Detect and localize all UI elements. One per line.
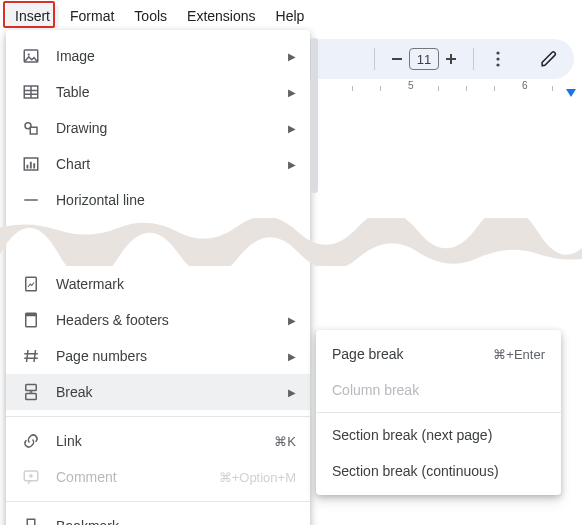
submenu-item-label: Column break [332,382,419,398]
menu-item-watermark[interactable]: Watermark [6,266,310,302]
menu-extensions[interactable]: Extensions [178,4,264,28]
headers-icon [22,311,42,329]
menu-help[interactable]: Help [267,4,314,28]
break-submenu: Page break ⌘+Enter Column break Section … [316,330,561,495]
link-icon [22,432,42,450]
edit-mode-button[interactable] [534,44,564,74]
font-size-input[interactable]: 11 [409,48,439,70]
annotation-highlight-insert [3,1,55,28]
toolbar-divider [473,48,474,70]
submenu-item-label: Section break (next page) [332,427,492,443]
menu-separator [6,501,310,502]
minus-icon [391,53,403,65]
menu-item-label: Page numbers [56,348,274,364]
submenu-shortcut: ⌘+Enter [493,347,545,362]
menu-item-drawing[interactable]: Drawing ▶ [6,110,310,146]
font-increase-button[interactable] [439,47,463,71]
menu-item-label: Watermark [56,276,296,292]
watermark-icon [22,275,42,293]
pencil-icon [540,50,558,68]
toolbar-more-button[interactable] [484,45,512,73]
menu-item-label: Chart [56,156,274,172]
menu-item-label: Table [56,84,274,100]
table-icon [22,83,42,101]
break-icon [22,383,42,401]
ruler-label: 6 [522,80,528,91]
menu-item-image[interactable]: Image ▶ [6,38,310,74]
svg-point-5 [496,63,499,66]
svg-point-3 [496,51,499,54]
svg-rect-2 [450,54,452,64]
menu-item-label: Bookmark [56,518,296,525]
submenu-arrow-icon: ▶ [288,351,296,362]
submenu-item-column-break: Column break [316,372,561,408]
menu-item-table[interactable]: Table ▶ [6,74,310,110]
chart-icon [22,155,42,173]
ruler: 5 6 [330,80,576,98]
svg-rect-13 [30,162,32,169]
drawing-icon [22,119,42,137]
menu-item-bookmark[interactable]: Bookmark [6,508,310,525]
font-decrease-button[interactable] [385,47,409,71]
svg-rect-0 [392,58,402,60]
torn-indicator [6,218,310,266]
hash-icon [22,347,42,365]
svg-point-7 [28,53,30,55]
submenu-arrow-icon: ▶ [288,87,296,98]
image-icon [22,47,42,65]
menu-item-link[interactable]: Link ⌘K [6,423,310,459]
submenu-arrow-icon: ▶ [288,51,296,62]
svg-rect-14 [33,163,35,168]
submenu-item-label: Page break [332,346,404,362]
submenu-arrow-icon: ▶ [288,159,296,170]
menu-item-label: Headers & footers [56,312,274,328]
svg-point-4 [496,57,499,60]
plus-icon [445,53,457,65]
menu-item-label: Horizontal line [56,192,296,208]
menubar: Insert Format Tools Extensions Help [0,0,582,32]
dropdown-scrollbar[interactable] [311,38,318,193]
submenu-arrow-icon: ▶ [288,123,296,134]
menu-item-label: Link [56,433,260,449]
submenu-item-section-break-continuous[interactable]: Section break (continuous) [316,453,561,489]
menu-item-label: Image [56,48,274,64]
svg-rect-10 [30,127,37,134]
menu-item-label: Comment [56,469,205,485]
font-size-control: 11 [385,47,463,71]
ruler-label: 5 [408,80,414,91]
menu-format[interactable]: Format [61,4,123,28]
submenu-arrow-icon: ▶ [288,315,296,326]
menu-item-chart[interactable]: Chart ▶ [6,146,310,182]
comment-icon [22,468,42,486]
menu-item-break[interactable]: Break ▶ [6,374,310,410]
bookmark-icon [22,517,42,525]
menu-tools[interactable]: Tools [125,4,176,28]
submenu-item-section-break-next-page[interactable]: Section break (next page) [316,417,561,453]
menu-item-headers-footers[interactable]: Headers & footers ▶ [6,302,310,338]
svg-rect-20 [26,394,37,400]
menu-item-label: Drawing [56,120,274,136]
menu-separator [6,416,310,417]
submenu-item-label: Section break (continuous) [332,463,499,479]
insert-dropdown: Image ▶ Table ▶ Drawing ▶ Chart ▶ Horizo… [6,30,310,525]
submenu-item-page-break[interactable]: Page break ⌘+Enter [316,336,561,372]
submenu-arrow-icon: ▶ [288,387,296,398]
menu-item-label: Break [56,384,274,400]
menu-item-page-numbers[interactable]: Page numbers ▶ [6,338,310,374]
more-vert-icon [496,51,500,67]
submenu-separator [316,412,561,413]
menu-item-comment: Comment ⌘+Option+M [6,459,310,495]
svg-rect-18 [26,313,37,316]
svg-rect-12 [27,165,29,169]
menu-item-horizontal-line[interactable]: Horizontal line [6,182,310,218]
svg-rect-19 [26,385,37,391]
menu-shortcut: ⌘K [274,434,296,449]
menu-shortcut: ⌘+Option+M [219,470,296,485]
toolbar-divider [374,48,375,70]
hr-icon [22,191,42,209]
ruler-right-marker[interactable] [566,89,576,97]
